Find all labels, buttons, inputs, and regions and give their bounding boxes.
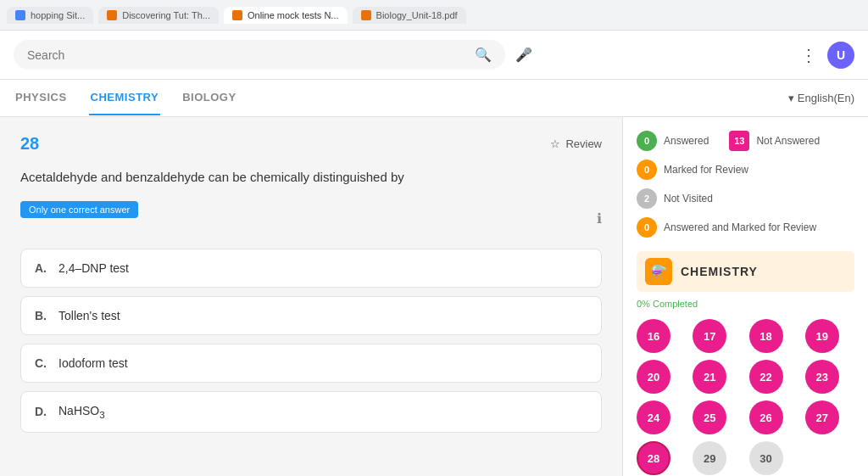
option-b-label: B. [35, 309, 48, 322]
status-not-visited: 2 Not Visited [637, 188, 854, 209]
q-num-30[interactable]: 30 [749, 441, 783, 475]
tab-chemistry[interactable]: CHEMISTRY [89, 81, 161, 115]
option-a-text: 2,4–DNP test [58, 261, 129, 275]
answer-type-badge: Only one correct answer [20, 201, 138, 218]
star-icon: ☆ [550, 137, 560, 150]
search-bar[interactable]: 🔍 [14, 40, 505, 70]
status-answered: 0 Answered [637, 131, 709, 151]
review-button[interactable]: ☆ Review [550, 137, 602, 150]
main-content: 28 ☆ Review Acetaldehyde and benzaldehyd… [0, 117, 868, 476]
language-label: English(En) [798, 92, 854, 104]
more-options-icon[interactable]: ⋮ [800, 45, 817, 65]
answered-badge: 0 [637, 131, 657, 151]
subject-tabs-bar: PHYSICS CHEMISTRY BIOLOGY ▾ English(En) [0, 80, 868, 117]
tab-icon-discovering [107, 10, 117, 20]
header-right: ⋮ U [800, 42, 854, 69]
question-number: 28 [20, 134, 39, 154]
tab-online-mock[interactable]: Online mock tests N... [224, 7, 348, 24]
marked-review-badge: 0 [637, 160, 657, 180]
tab-biology[interactable]: BIOLOGY [181, 81, 237, 115]
tabs-left: PHYSICS CHEMISTRY BIOLOGY [14, 81, 238, 115]
option-d-text: NaHSO3 [58, 404, 105, 420]
review-label: Review [565, 137, 602, 150]
tab-icon-shopping [15, 10, 25, 20]
status-not-answered: 13 Not Answered [729, 131, 820, 151]
tab-label-discovering: Discovering Tut: Th... [122, 10, 210, 20]
answered-marked-label: Answered and Marked for Review [664, 221, 816, 233]
not-answered-label: Not Answered [756, 135, 820, 147]
chemistry-icon: ⚗️ [645, 258, 672, 285]
chevron-down-icon: ▾ [788, 92, 794, 104]
section-header: ⚗️ CHEMISTRY [637, 251, 854, 292]
question-panel: 28 ☆ Review Acetaldehyde and benzaldehyd… [0, 117, 622, 476]
q-num-28[interactable]: 28 [637, 441, 670, 475]
tab-shopping[interactable]: hopping Sit... [7, 7, 93, 24]
option-d[interactable]: D. NaHSO3 [20, 391, 602, 433]
search-button[interactable]: 🔍 [475, 47, 492, 63]
question-text: Acetaldehyde and benzaldehyde can be che… [20, 167, 602, 188]
tab-discovering[interactable]: Discovering Tut: Th... [98, 7, 219, 24]
marked-review-label: Marked for Review [664, 164, 748, 176]
info-icon[interactable]: ℹ [597, 210, 602, 227]
answered-label: Answered [664, 135, 709, 147]
status-marked-review: 0 Marked for Review [637, 160, 854, 180]
option-b-text: Tollen's test [58, 309, 120, 322]
status-legend: 0 Answered 13 Not Answered 0 Marked for … [637, 131, 854, 238]
q-num-24[interactable]: 24 [637, 400, 670, 434]
mic-button[interactable]: 🎤 [515, 47, 532, 63]
q-num-19[interactable]: 19 [805, 319, 839, 353]
tab-physics[interactable]: PHYSICS [14, 81, 69, 115]
option-c-label: C. [35, 356, 48, 370]
q-num-23[interactable]: 23 [805, 360, 839, 394]
q-num-22[interactable]: 22 [749, 360, 783, 394]
answered-marked-badge: 0 [637, 217, 657, 238]
not-visited-label: Not Visited [664, 193, 713, 204]
q-num-20[interactable]: 20 [637, 360, 670, 394]
tab-label-biology: Biology_Unit-18.pdf [376, 10, 458, 20]
option-a-label: A. [35, 261, 48, 275]
q-num-21[interactable]: 21 [693, 360, 726, 394]
completed-text: 0% Completed [637, 299, 854, 309]
status-answered-marked: 0 Answered and Marked for Review [637, 217, 854, 238]
q-num-29[interactable]: 29 [693, 441, 726, 475]
q-num-25[interactable]: 25 [693, 400, 726, 434]
option-a[interactable]: A. 2,4–DNP test [20, 249, 602, 288]
browser-tab-bar: hopping Sit... Discovering Tut: Th... On… [0, 0, 868, 31]
tab-label-shopping: hopping Sit... [31, 10, 85, 20]
q-num-17[interactable]: 17 [693, 319, 726, 353]
q-num-18[interactable]: 18 [749, 319, 783, 353]
option-c[interactable]: C. Iodoform test [20, 344, 602, 383]
tab-label-online-mock: Online mock tests N... [248, 10, 339, 20]
tab-biology[interactable]: Biology_Unit-18.pdf [353, 7, 466, 24]
option-b[interactable]: B. Tollen's test [20, 296, 602, 335]
section-title: CHEMISTRY [681, 265, 758, 278]
language-selector[interactable]: ▾ English(En) [788, 92, 854, 104]
options-list: A. 2,4–DNP test B. Tollen's test C. Iodo… [20, 249, 602, 433]
option-d-label: D. [35, 405, 48, 418]
not-visited-badge: 2 [637, 188, 657, 209]
tab-icon-online-mock [232, 10, 242, 20]
q-num-16[interactable]: 16 [637, 319, 670, 353]
q-num-26[interactable]: 26 [749, 400, 783, 434]
right-panel: 0 Answered 13 Not Answered 0 Marked for … [622, 117, 868, 476]
option-c-text: Iodoform test [58, 356, 128, 370]
tab-icon-biology [361, 10, 371, 20]
question-header: 28 ☆ Review [20, 134, 602, 154]
app-header: 🔍 🎤 ⋮ U [0, 31, 868, 80]
user-avatar[interactable]: U [827, 42, 854, 69]
not-answered-badge: 13 [729, 131, 749, 151]
q-num-27[interactable]: 27 [805, 400, 839, 434]
question-number-grid: 16 17 18 19 20 21 22 23 24 25 26 27 28 2… [637, 319, 854, 475]
search-input[interactable] [27, 48, 466, 62]
